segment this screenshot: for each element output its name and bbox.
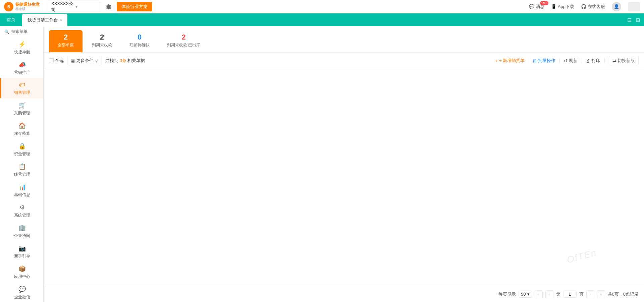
- online-service-label: 在线客服: [588, 4, 605, 10]
- sidebar-item-quick-nav[interactable]: ⚡ 快捷导航: [0, 37, 43, 58]
- logo-icon: 6: [4, 2, 13, 11]
- add-sales-order-button[interactable]: + + 新增销货单: [495, 58, 525, 64]
- wechat-label: 企业微信: [14, 294, 30, 300]
- switch-version-button[interactable]: ⇄ 切换新版: [609, 56, 639, 65]
- found-prefix: 共找到: [105, 58, 118, 63]
- message-button[interactable]: 💬 消息 99+: [529, 4, 544, 10]
- filter-button[interactable]: ▦ 更多条件 ∨: [67, 56, 102, 65]
- sidebar-item-purchase[interactable]: 🛒 采购管理: [0, 98, 43, 119]
- stat-all-number: 2: [64, 33, 68, 42]
- filter-chevron-icon: ∨: [95, 58, 98, 63]
- quick-nav-icon: ⚡: [18, 41, 26, 48]
- sidebar-item-guide[interactable]: 📷 新手引导: [0, 241, 43, 262]
- toolbar-divider-1: [529, 58, 529, 63]
- toolbar-divider-2: [559, 58, 560, 63]
- refresh-icon: ↺: [564, 58, 568, 63]
- select-all-checkbox[interactable]: 全选: [49, 58, 64, 64]
- sales-label: 销售管理: [14, 90, 30, 96]
- stats-tab-overdue[interactable]: 2 到期未收款: [84, 30, 120, 52]
- last-page-icon: »: [600, 292, 602, 297]
- sidebar-item-finance[interactable]: 🔒 资金管理: [0, 139, 43, 160]
- stat-wangdian-label: 旺辅待确认: [129, 42, 150, 48]
- total-records-label: 共0页，0条记录: [608, 291, 639, 297]
- stat-overdue-label: 到期未收款: [92, 42, 112, 48]
- sidebar-item-operations[interactable]: 📋 经营管理: [0, 160, 43, 180]
- stats-tab-wangdian[interactable]: 0 旺辅待确认: [121, 30, 158, 52]
- refresh-button[interactable]: ↺ 刷新: [564, 58, 578, 64]
- sidebar-item-inventory[interactable]: 🏠 库存核算: [0, 119, 43, 139]
- last-page-button[interactable]: »: [597, 290, 605, 298]
- user-avatar[interactable]: 👤: [612, 2, 621, 11]
- print-button[interactable]: 🖨 打印: [586, 58, 600, 64]
- logo-sub: 标准版: [15, 7, 40, 11]
- company-selector[interactable]: XXXXXX公司 ▾: [48, 2, 101, 11]
- online-service-button[interactable]: 🎧 在线客服: [581, 4, 605, 10]
- cooperation-icon: 🏢: [18, 224, 26, 232]
- sidebar-search[interactable]: 🔍 搜索菜单: [0, 26, 43, 37]
- sidebar-item-app-center[interactable]: 📦 应用中心: [0, 262, 43, 282]
- app-download-button[interactable]: 📱 App下载: [551, 4, 574, 10]
- finance-label: 资金管理: [14, 151, 30, 157]
- page-suffix: 页: [579, 291, 584, 297]
- cooperation-label: 企业协同: [14, 233, 30, 239]
- workbench-tab[interactable]: 钱货日清工作台 ×: [22, 14, 67, 26]
- base-info-label: 基础信息: [14, 192, 30, 198]
- print-icon: 🖨: [586, 58, 590, 63]
- operations-label: 经营管理: [14, 172, 30, 177]
- logo-area: 6 畅捷通好生意 标准版: [4, 2, 48, 11]
- add-icon: +: [495, 58, 498, 63]
- next-page-button[interactable]: ›: [586, 290, 594, 298]
- toolbar-left: 全选 ▦ 更多条件 ∨ 共找到 0条 相关单据: [49, 56, 492, 65]
- toolbar-divider-3: [582, 58, 582, 63]
- user-name-area[interactable]: [628, 2, 640, 11]
- nav-actions: ⊟ ⊞: [627, 17, 644, 23]
- minimize-button[interactable]: ⊟: [627, 17, 632, 23]
- close-tab-button[interactable]: ×: [60, 18, 62, 22]
- sidebar: 🔍 搜索菜单 ⚡ 快捷导航 📣 营销推广 🏷 销售管理 🛒 采购管理 🏠 库存核…: [0, 26, 44, 302]
- inventory-label: 库存核算: [14, 131, 30, 136]
- app-download-label: App下载: [558, 4, 574, 10]
- purchase-icon: 🛒: [18, 102, 26, 109]
- content-area: 2 全部单据 2 到期未收款 0 旺辅待确认 2 到期未收款 已出库 全选: [44, 26, 644, 302]
- try-solution-button[interactable]: 体验行业方案: [117, 2, 152, 11]
- sales-icon: 🏷: [19, 81, 25, 88]
- workbench-tab-label: 钱货日清工作台: [28, 17, 58, 23]
- settings-button[interactable]: [104, 2, 113, 11]
- print-label: 打印: [592, 58, 600, 64]
- sidebar-item-cooperation[interactable]: 🏢 企业协同: [0, 221, 43, 241]
- first-page-icon: «: [537, 292, 540, 297]
- guide-label: 新手引导: [14, 253, 30, 259]
- sidebar-item-wechat[interactable]: 💬 企业微信: [0, 282, 43, 302]
- sidebar-item-system[interactable]: ⚙ 系统管理: [0, 200, 43, 221]
- home-tab[interactable]: 首页: [0, 13, 22, 26]
- guide-icon: 📷: [18, 245, 26, 252]
- quick-nav-label: 快捷导航: [14, 49, 30, 55]
- batch-operation-button[interactable]: ⊞ 批量操作: [533, 58, 555, 64]
- checkbox-icon[interactable]: [49, 58, 54, 63]
- table-area: [44, 69, 644, 286]
- select-all-label: 全选: [55, 58, 64, 64]
- maximize-button[interactable]: ⊞: [636, 17, 640, 23]
- toolbar-right: + + 新增销货单 ⊞ 批量操作 ↺ 刷新 🖨 打印: [495, 56, 639, 65]
- page-size-selector[interactable]: 50 ▾: [519, 291, 532, 298]
- prev-page-button[interactable]: ‹: [545, 290, 553, 298]
- stats-tab-overdue-out[interactable]: 2 到期未收款 已出库: [159, 30, 208, 52]
- sidebar-item-sales[interactable]: 🏷 销售管理: [0, 78, 43, 98]
- top-header: 6 畅捷通好生意 标准版 XXXXXX公司 ▾ 体验行业方案 💬 消息 99+ …: [0, 0, 644, 13]
- stats-tabs: 2 全部单据 2 到期未收款 0 旺辅待确认 2 到期未收款 已出库: [44, 26, 644, 53]
- message-icon: 💬: [529, 4, 534, 9]
- switch-icon: ⇄: [612, 58, 616, 63]
- stats-tab-all[interactable]: 2 全部单据: [49, 30, 83, 52]
- page-size-label: 每页显示: [498, 291, 516, 297]
- sidebar-item-marketing[interactable]: 📣 营销推广: [0, 58, 43, 78]
- logo-name: 畅捷通好生意: [15, 2, 40, 7]
- purchase-label: 采购管理: [14, 110, 30, 116]
- page-size-dropdown-icon: ▾: [527, 292, 530, 297]
- sidebar-item-base-info[interactable]: 📊 基础信息: [0, 180, 43, 200]
- batch-icon: ⊞: [533, 58, 537, 63]
- gear-icon: [106, 4, 111, 9]
- page-number-input[interactable]: [563, 291, 577, 298]
- stat-wangdian-number: 0: [138, 33, 142, 42]
- page-label: 第: [556, 291, 560, 297]
- first-page-button[interactable]: «: [535, 290, 543, 298]
